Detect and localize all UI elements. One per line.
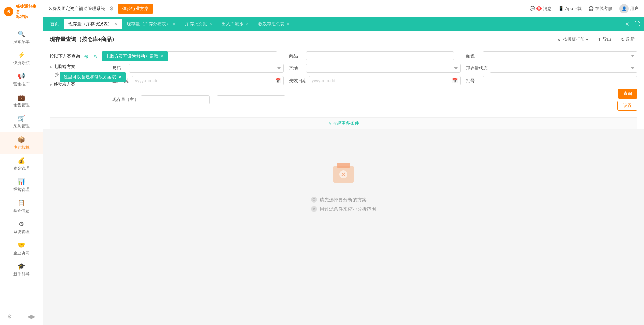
batch-no-input[interactable] — [483, 76, 637, 85]
print-btn[interactable]: 🖨 按模板打印 ▾ — [554, 35, 591, 44]
svg-text:6: 6 — [7, 9, 10, 14]
search-icon: 🔍 — [18, 30, 25, 38]
tab-inventory-dist-close[interactable]: ✕ — [172, 22, 176, 26]
production-date-input[interactable]: yyyy-mm-dd 📅 — [132, 76, 284, 85]
tab-inventory-dist-label: 现存量（库存分布表） — [127, 21, 170, 27]
tab-inout-flow[interactable]: 出入库流水 ✕ — [217, 19, 254, 29]
sidebar-item-purchase[interactable]: 🛒 采购管理 — [0, 111, 43, 132]
expiry-date-input[interactable]: yyyy-mm-dd 📅 — [309, 76, 461, 85]
tab-home[interactable]: 首页 — [46, 19, 64, 29]
stock-range-dash: — — [211, 97, 215, 102]
sidebar-item-operations[interactable]: 📊 经营管理 — [0, 175, 43, 196]
tab-inventory-status-close[interactable]: ✕ — [114, 22, 117, 26]
tab-batch-ledger[interactable]: 库存批次账 ✕ — [180, 19, 217, 29]
add-scheme-btn[interactable]: ⊕ — [82, 53, 90, 60]
sidebar-item-marketing-label: 营销推广 — [13, 81, 30, 87]
sidebar-item-search-label: 搜索菜单 — [13, 39, 30, 45]
edit-scheme-btn[interactable]: ✎ — [92, 53, 99, 60]
hint-item-2: ② 用过滤条件来缩小分析范围 — [311, 204, 376, 214]
purchase-icon: 🛒 — [18, 115, 25, 122]
online-support-label: 在线客服 — [595, 6, 612, 12]
size-select[interactable] — [129, 64, 284, 73]
sidebar-item-purchase-label: 采购管理 — [13, 123, 30, 129]
sidebar-item-guide[interactable]: 🎓 新手引导 — [0, 259, 43, 280]
goods-input[interactable] — [306, 51, 454, 60]
notification-badge: 6 — [536, 6, 542, 11]
industry-btn[interactable]: 体验行业方案 — [118, 4, 153, 14]
search-buttons: 查询 设置 — [617, 89, 637, 111]
headset-icon: 🎧 — [588, 6, 594, 11]
finance-icon: 💰 — [18, 157, 25, 164]
scheme-popup: 电脑方案可设为移动方案哦 ✕ — [102, 51, 168, 61]
message-icon: 💬 — [530, 6, 535, 11]
hint-num-1: ① — [311, 197, 317, 203]
sidebar-item-system[interactable]: ⚙ 系统管理 — [0, 217, 43, 238]
sidebar-collapse-btn[interactable]: ◀▶ — [24, 312, 38, 321]
filter-cell-color: 颜色 — [466, 51, 637, 60]
tab-inventory-dist[interactable]: 现存量（库存分布表） ✕ — [122, 19, 180, 29]
search-btn[interactable]: 查询 — [618, 89, 637, 99]
collapse-row[interactable]: ∧ 收起更多条件 — [50, 117, 637, 129]
collapse-label: 收起更多条件 — [333, 121, 359, 126]
tab-collect-summary-label: 收发存汇总表 — [258, 21, 284, 27]
scheme-desktop-header[interactable]: ▶ 电脑端方案 — [50, 63, 108, 71]
header-right: 💬 6 消息 📱 App下载 🎧 在线客服 👤 用户 — [530, 4, 639, 13]
stock-main-from[interactable] — [141, 95, 210, 104]
sidebar-item-quicknav[interactable]: ⚡ 快捷导航 — [0, 48, 43, 69]
page-content: 现存量查询（按仓库+商品） 🖨 按模板打印 ▾ ⬆ 导出 ↻ 刷新 — [43, 31, 644, 325]
filter-cell-batch-no: 批号 — [466, 76, 637, 85]
tab-inout-flow-label: 出入库流水 — [222, 21, 244, 27]
filter-cell-stock-main: 现存量（主） — — [112, 95, 285, 104]
sidebar-item-sales[interactable]: 💼 销售管理 — [0, 90, 43, 111]
tab-collect-summary[interactable]: 收发存汇总表 ✕ — [254, 19, 294, 29]
tab-close-all-icon[interactable]: ✕ — [624, 20, 631, 28]
origin-select[interactable] — [306, 64, 461, 73]
sidebar-item-enterprise[interactable]: 🤝 企业协同 — [0, 238, 43, 259]
goods-dots[interactable]: ··· — [456, 53, 461, 59]
logo-version: 标准版 — [16, 14, 39, 20]
stock-status-select[interactable] — [490, 64, 637, 73]
app-download-item[interactable]: 📱 App下载 — [558, 6, 582, 12]
settings-icon[interactable]: ⚙ — [109, 5, 114, 12]
filter-cell-size: 尺码 — [112, 64, 284, 73]
sidebar-item-inventory-label: 库存核算 — [13, 145, 30, 150]
sidebar-item-finance-label: 资金管理 — [13, 166, 30, 171]
stock-main-to[interactable] — [217, 95, 286, 104]
basic-icon: 📋 — [18, 199, 25, 207]
page-title-row: 现存量查询（按仓库+商品） 🖨 按模板打印 ▾ ⬆ 导出 ↻ 刷新 — [50, 35, 637, 47]
sidebar-settings-btn[interactable]: ⚙ — [5, 312, 15, 321]
warehouse-dots[interactable]: ··· — [279, 53, 284, 59]
sidebar-item-finance[interactable]: 💰 资金管理 — [0, 154, 43, 175]
export-btn[interactable]: ⬆ 导出 — [595, 35, 614, 44]
filter-section: 按以下方案查询 ⊕ ✎ ← ▶ 电脑端方案 按照 — [43, 47, 644, 129]
marketing-icon: 📢 — [18, 72, 25, 80]
page-actions: 🖨 按模板打印 ▾ ⬆ 导出 ↻ 刷新 — [554, 35, 637, 44]
tab-inventory-status-label: 现存量（库存状况表） — [68, 21, 112, 27]
reset-btn[interactable]: 设置 — [617, 101, 637, 111]
tab-fullscreen-icon[interactable]: ⛶ — [633, 20, 641, 28]
color-select[interactable] — [483, 51, 637, 60]
size-label: 尺码 — [112, 65, 127, 71]
empty-illustration — [327, 156, 360, 189]
sidebar-item-marketing[interactable]: 📢 营销推广 — [0, 69, 43, 90]
tab-inventory-status[interactable]: 现存量（库存状况表） ✕ — [64, 19, 122, 29]
sidebar-item-basic[interactable]: 📋 基础信息 — [0, 196, 43, 217]
tab-inout-flow-close[interactable]: ✕ — [246, 22, 249, 26]
tab-batch-ledger-close[interactable]: ✕ — [209, 22, 212, 26]
sidebar-item-inventory[interactable]: 📦 库存核算 — [0, 132, 43, 154]
tab-batch-ledger-label: 库存批次账 — [185, 21, 207, 27]
system-icon: ⚙ — [18, 220, 25, 228]
page-title: 现存量查询（按仓库+商品） — [50, 36, 117, 43]
scheme-tooltip-close[interactable]: ✕ — [118, 75, 122, 80]
user-item[interactable]: 👤 用户 — [619, 4, 639, 13]
sidebar-bottom: ⚙ ◀▶ — [0, 308, 43, 325]
tab-collect-summary-close[interactable]: ✕ — [286, 22, 290, 26]
online-support-item[interactable]: 🎧 在线客服 — [588, 6, 612, 12]
sidebar-item-search[interactable]: 🔍 搜索菜单 — [0, 27, 43, 48]
svg-rect-3 — [337, 163, 350, 168]
color-label: 颜色 — [466, 53, 481, 59]
print-label: 按模板打印 — [563, 36, 585, 42]
notification-item[interactable]: 💬 6 消息 — [530, 6, 552, 12]
refresh-btn[interactable]: ↻ 刷新 — [618, 35, 637, 44]
scheme-popup-close[interactable]: ✕ — [160, 54, 164, 59]
